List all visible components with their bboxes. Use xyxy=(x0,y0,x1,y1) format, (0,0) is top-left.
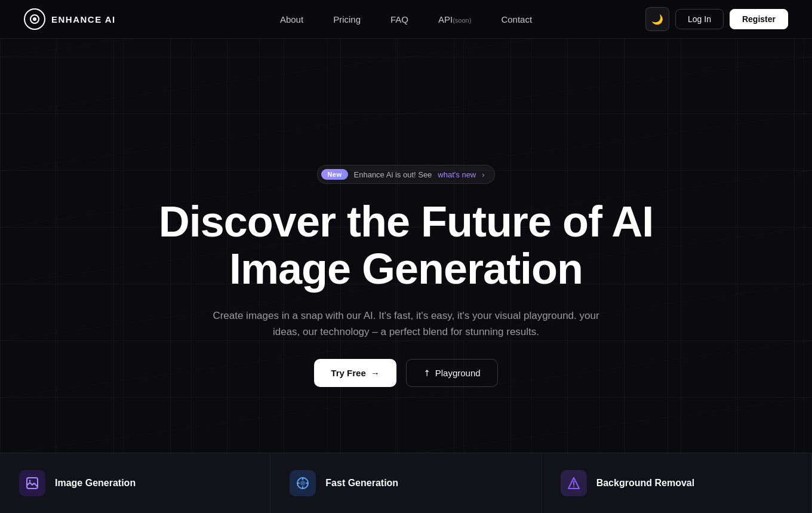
hero-buttons: Try Free → ↗ Playground xyxy=(314,359,497,387)
feature-title-2: Background Removal xyxy=(596,478,694,489)
feature-title-0: Image Generation xyxy=(55,478,136,489)
nav-faq[interactable]: FAQ xyxy=(379,10,420,29)
features-row: Image Generation Fast Generation Backg xyxy=(0,453,812,513)
feature-card-fast-generation: Fast Generation xyxy=(270,453,541,513)
nav-contact[interactable]: Contact xyxy=(489,10,544,29)
fast-generation-icon xyxy=(290,470,316,496)
logo-text: ENHANCE AI xyxy=(51,14,116,24)
login-button[interactable]: Log In xyxy=(675,9,724,29)
nav-pricing[interactable]: Pricing xyxy=(321,10,373,29)
background-removal-icon xyxy=(561,470,587,496)
badge-text: Enhance Ai is out! See xyxy=(354,170,432,179)
arrow-right-icon: → xyxy=(371,368,380,378)
feature-title-1: Fast Generation xyxy=(325,478,398,489)
main-nav: About Pricing FAQ API(soon) Contact xyxy=(268,10,544,29)
svg-point-3 xyxy=(29,480,31,482)
hero-title: Discover the Future of AI Image Generati… xyxy=(119,198,693,293)
register-button[interactable]: Register xyxy=(730,9,788,29)
navbar: ENHANCE AI About Pricing FAQ API(soon) C… xyxy=(0,0,812,39)
logo[interactable]: ENHANCE AI xyxy=(24,8,116,30)
logo-icon xyxy=(24,8,45,30)
new-badge-label: New xyxy=(321,169,347,180)
svg-point-8 xyxy=(573,486,574,487)
theme-toggle-button[interactable]: 🌙 xyxy=(645,7,669,31)
try-free-button[interactable]: Try Free → xyxy=(314,359,396,387)
announcement-badge[interactable]: New Enhance Ai is out! See what's new › xyxy=(317,165,494,184)
nav-api[interactable]: API(soon) xyxy=(426,10,483,29)
svg-point-1 xyxy=(33,17,36,21)
badge-arrow-icon: › xyxy=(482,170,484,179)
hero-section: New Enhance Ai is out! See what's new › … xyxy=(0,0,812,513)
feature-card-image-generation: Image Generation xyxy=(0,453,270,513)
navbar-actions: 🌙 Log In Register xyxy=(645,7,788,31)
svg-point-5 xyxy=(300,481,305,486)
hero-subtitle: Create images in a snap with our AI. It'… xyxy=(203,308,609,340)
external-link-icon: ↗ xyxy=(421,367,433,379)
hero-content: New Enhance Ai is out! See what's new › … xyxy=(107,165,705,387)
nav-about[interactable]: About xyxy=(268,10,315,29)
playground-button[interactable]: ↗ Playground xyxy=(406,359,498,387)
whats-new-link[interactable]: what's new xyxy=(438,170,476,179)
feature-card-background-removal: Background Removal xyxy=(542,453,812,513)
image-generation-icon xyxy=(19,470,45,496)
